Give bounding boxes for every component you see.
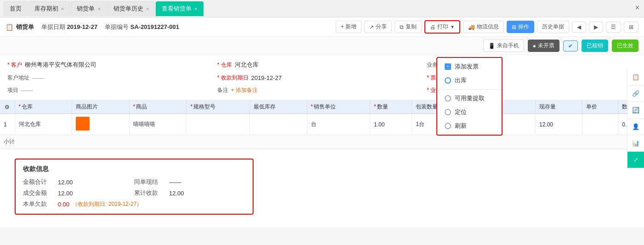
logistics-button[interactable]: 🚚 物流信息 bbox=[463, 21, 504, 33]
divider bbox=[437, 89, 502, 90]
cell-product: 嘻嘻嘻嘻 bbox=[129, 114, 186, 135]
project-field: 项目 —— bbox=[7, 86, 217, 94]
tab-home[interactable]: 首页 bbox=[4, 1, 28, 16]
prev-button[interactable]: ◀ bbox=[572, 22, 586, 33]
summary-section: 收款信息 金额合计 12.00 同单现结 —— 成交金额 12.00 bbox=[0, 149, 644, 228]
customer-label: 客户 bbox=[7, 61, 22, 69]
summary-box: 收款信息 金额合计 12.00 同单现结 —— 成交金额 12.00 bbox=[15, 159, 254, 215]
refresh-item[interactable]: 刷新 bbox=[437, 119, 502, 133]
table-header-row: ⚙ *仓库 商品图片 *商品 *规格型号 最低库存 *销售单位 *数量 包装数量… bbox=[0, 100, 644, 114]
cumulative-value: 12.00 bbox=[169, 190, 184, 197]
trade-amount-label: 成交金额 bbox=[23, 189, 55, 197]
col-spec: *规格型号 bbox=[186, 100, 249, 114]
check-icon-btn[interactable]: ✔ bbox=[563, 40, 578, 51]
copy-icon: ⧉ bbox=[400, 24, 404, 30]
payment-date-field: 收款到期日 2019-12-27 bbox=[217, 74, 427, 82]
cumulative-row: 累计收款 12.00 bbox=[134, 189, 245, 197]
share-icon: ↗ bbox=[369, 24, 374, 30]
right-icon-expand[interactable]: ⤢ bbox=[627, 152, 644, 168]
dot-icon: ● bbox=[533, 43, 536, 49]
checkmark-icon: ✔ bbox=[568, 43, 573, 49]
project-label: 项目 bbox=[7, 86, 18, 94]
tab-sales-history[interactable]: 销货单历史 × bbox=[107, 1, 155, 16]
locate-label: 定位 bbox=[455, 108, 467, 116]
col-product: *商品 bbox=[129, 100, 186, 114]
doc-date-value: 2019-12-27 bbox=[67, 23, 98, 30]
cumulative-label: 累计收款 bbox=[134, 189, 166, 197]
add-invoice-icon: + bbox=[445, 63, 451, 70]
right-icon-2[interactable]: 🔗 bbox=[627, 85, 644, 102]
tab-inventory-close[interactable]: × bbox=[61, 6, 64, 11]
truck-icon: 🚚 bbox=[468, 24, 475, 30]
tab-view-sales[interactable]: 查看销货单 × bbox=[156, 1, 203, 16]
due-date-hint: （收款到期日: 2019-12-27） bbox=[72, 200, 142, 208]
col-price: 单价 bbox=[582, 100, 618, 114]
out-warehouse-label: 出库 bbox=[455, 76, 467, 85]
copy-button[interactable]: ⧉ 复制 bbox=[395, 21, 422, 33]
same-bill-row: 同单现结 —— bbox=[134, 178, 245, 186]
items-table: ⚙ *仓库 商品图片 *商品 *规格型号 最低库存 *销售单位 *数量 包装数量… bbox=[0, 100, 644, 149]
col-min-stock: 最低库存 bbox=[249, 100, 307, 114]
right-icon-4[interactable]: 👤 bbox=[627, 119, 644, 135]
right-icon-3[interactable]: 🔄 bbox=[627, 102, 644, 119]
content-area: 客户 柳州粤港平安气体有限公司 仓库 河北仓库 业务员 演示账号 客户地址 ——… bbox=[0, 55, 644, 228]
right-icon-5[interactable]: 📊 bbox=[627, 135, 644, 152]
add-remark-button[interactable]: + 添加备注 bbox=[231, 86, 258, 94]
locate-icon bbox=[445, 109, 451, 115]
address-value: —— bbox=[32, 74, 44, 81]
locate-item[interactable]: 定位 bbox=[437, 105, 502, 119]
window-close-button[interactable]: × bbox=[635, 4, 639, 12]
tab-sales[interactable]: 销货单 × bbox=[71, 1, 106, 16]
address-field: 客户地址 —— bbox=[7, 74, 217, 82]
new-button[interactable]: + 新增 bbox=[336, 21, 362, 33]
doc-date-label: 单据日期 2019-12-27 bbox=[41, 23, 97, 31]
refresh-label: 刷新 bbox=[455, 122, 467, 130]
remark-label: 备注 bbox=[217, 86, 228, 94]
add-invoice-item[interactable]: + 添加发票 bbox=[437, 60, 502, 74]
tab-sales-close[interactable]: × bbox=[97, 6, 100, 11]
ops-button[interactable]: ⊞ 操作 bbox=[507, 21, 534, 33]
from-phone-button[interactable]: 📱 来自手机 bbox=[483, 40, 524, 52]
list-view-button[interactable]: ☰ bbox=[606, 22, 621, 33]
table-wrap: ⚙ *仓库 商品图片 *商品 *规格型号 最低库存 *销售单位 *数量 包装数量… bbox=[0, 100, 644, 149]
phone-icon: 📱 bbox=[488, 43, 495, 49]
effective-button[interactable]: 已生效 bbox=[612, 40, 638, 52]
tab-sales-history-close[interactable]: × bbox=[146, 6, 149, 11]
right-icon-1[interactable]: 📋 bbox=[627, 69, 644, 85]
tab-bar: 首页 库存期初 × 销货单 × 销货单历史 × 查看销货单 × × bbox=[0, 0, 644, 17]
out-warehouse-item[interactable]: 出库 bbox=[437, 74, 502, 87]
col-gear: ⚙ bbox=[0, 100, 15, 114]
share-button[interactable]: ↗ 分享 bbox=[364, 21, 392, 33]
sold-button[interactable]: 已核销 bbox=[582, 40, 608, 52]
history-button[interactable]: 历史单据 bbox=[537, 21, 569, 33]
out-warehouse-icon bbox=[445, 77, 451, 84]
next-button[interactable]: ▶ bbox=[589, 22, 603, 33]
form-area: 客户 柳州粤港平安气体有限公司 仓库 河北仓库 业务员 演示账号 客户地址 ——… bbox=[0, 55, 644, 100]
summary-grid: 金额合计 12.00 同单现结 —— 成交金额 12.00 累计收款 bbox=[23, 178, 245, 208]
tab-inventory[interactable]: 库存期初 × bbox=[28, 1, 70, 16]
doc-title: 📋 销货单 bbox=[6, 23, 34, 31]
print-button[interactable]: 🖨 打印 ▼ bbox=[424, 20, 460, 34]
subtotal-label: 小计 bbox=[0, 135, 644, 149]
settings-icon[interactable]: ⚙ bbox=[5, 104, 10, 110]
cell-min-stock bbox=[249, 114, 307, 135]
total-amount-label: 金额合计 bbox=[23, 178, 55, 186]
current-due-value: 0.00 bbox=[58, 201, 69, 208]
total-amount-value: 12.00 bbox=[58, 179, 73, 186]
main-area: 📋 销货单 单据日期 2019-12-27 单据编号 SA-20191227-0… bbox=[0, 17, 644, 228]
col-warehouse: *仓库 bbox=[15, 100, 72, 114]
table-row: 1 河北仓库 嘻嘻嘻嘻 台 1.00 1台 12 bbox=[0, 114, 644, 135]
col-qty: *数量 bbox=[370, 100, 412, 114]
grid-view-button[interactable]: ⊞ bbox=[624, 22, 638, 33]
warehouse-value: 河北仓库 bbox=[235, 61, 259, 69]
tab-view-sales-close[interactable]: × bbox=[194, 6, 197, 11]
cell-spec bbox=[186, 114, 249, 135]
payment-date-label: 收款到期日 bbox=[217, 74, 249, 82]
doc-number-label: 单据编号 SA-20191227-001 bbox=[105, 23, 179, 31]
doc-title-text: 销货单 bbox=[16, 23, 34, 31]
same-bill-label: 同单现结 bbox=[134, 178, 166, 186]
refresh-icon bbox=[445, 123, 451, 129]
available-qty-item[interactable]: 可用量提取 bbox=[437, 91, 502, 105]
not-open-button[interactable]: ● 未开票 bbox=[528, 40, 559, 52]
print-dropdown-arrow: ▼ bbox=[450, 24, 455, 29]
